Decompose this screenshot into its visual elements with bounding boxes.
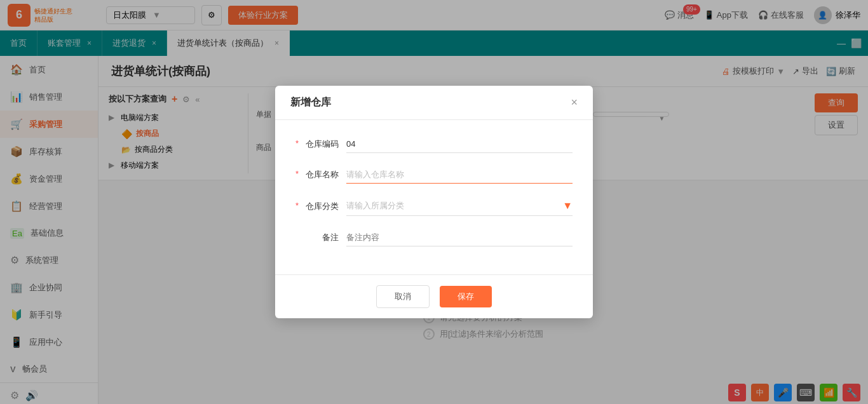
name-input[interactable] xyxy=(346,166,573,184)
remark-input[interactable] xyxy=(346,229,573,246)
modal-overlay[interactable]: 新增仓库 × 仓库编码 仓库名称 仓库分类 请输入所属分类 ▼ xyxy=(0,0,868,404)
form-row-category: 仓库分类 请输入所属分类 ▼ xyxy=(295,196,573,216)
category-label: 仓库分类 xyxy=(295,201,346,212)
save-button[interactable]: 保存 xyxy=(440,286,492,307)
cancel-button[interactable]: 取消 xyxy=(376,285,430,308)
modal-footer: 取消 保存 xyxy=(275,274,593,318)
chevron-down-icon: ▼ xyxy=(562,200,573,212)
form-row-code: 仓库编码 xyxy=(295,135,573,153)
name-label: 仓库名称 xyxy=(295,169,346,180)
form-row-remark: 备注 xyxy=(295,229,573,246)
category-select[interactable]: 请输入所属分类 ▼ xyxy=(346,196,573,216)
modal-close-button[interactable]: × xyxy=(571,96,578,109)
remark-label: 备注 xyxy=(295,232,346,243)
modal-header: 新增仓库 × xyxy=(275,86,593,120)
modal-body: 仓库编码 仓库名称 仓库分类 请输入所属分类 ▼ 备注 xyxy=(275,120,593,274)
form-row-name: 仓库名称 xyxy=(295,166,573,184)
add-warehouse-modal: 新增仓库 × 仓库编码 仓库名称 仓库分类 请输入所属分类 ▼ xyxy=(275,86,593,318)
code-input[interactable] xyxy=(346,135,573,153)
code-label: 仓库编码 xyxy=(295,138,346,150)
modal-title: 新增仓库 xyxy=(290,96,331,109)
